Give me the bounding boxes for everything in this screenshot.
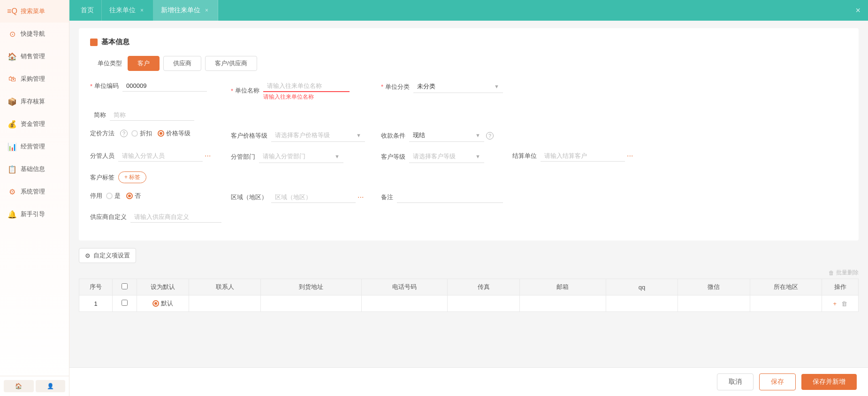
- field-settlement-unit: 结算单位 ···: [503, 150, 635, 162]
- sidebar-home-btn[interactable]: 🏠: [4, 380, 34, 392]
- add-row-btn[interactable]: +: [833, 300, 837, 307]
- section-title: 基本信息: [101, 38, 129, 47]
- delete-row-btn[interactable]: 🗑: [841, 300, 847, 307]
- cell-region[interactable]: [750, 295, 822, 312]
- fax-input[interactable]: [465, 300, 503, 307]
- btn-customer[interactable]: 客户: [128, 56, 160, 71]
- supplier-custom-input[interactable]: [130, 211, 221, 223]
- field-unit-category: * 单位分类 未分类 ▼: [372, 80, 503, 93]
- region-more-btn[interactable]: ···: [356, 193, 365, 202]
- sidebar-item-inventory[interactable]: 📦 库存核算: [0, 90, 69, 113]
- save-button[interactable]: 保存: [759, 373, 796, 390]
- sidebar-item-finance[interactable]: 💰 资金管理: [0, 113, 69, 135]
- field-supplier-custom: 供应商自定义: [90, 211, 221, 223]
- unit-code-label: 单位编码: [94, 82, 122, 90]
- system-icon: ⚙: [8, 187, 17, 196]
- row-manager: 分管人员 ··· 分管部门 请输入分管部门 ▼ 客户等级 请选择客户等级 ▼: [90, 150, 847, 163]
- radio-discount[interactable]: 折扣: [131, 129, 152, 138]
- btn-supplier[interactable]: 供应商: [163, 56, 201, 71]
- tab-units[interactable]: 往来单位 ×: [102, 0, 153, 21]
- radio-no-label: 否: [135, 192, 141, 200]
- pricing-help-icon[interactable]: ?: [120, 130, 128, 137]
- select-all-checkbox[interactable]: [122, 283, 128, 289]
- sidebar-item-search[interactable]: ≡Q 搜索菜单: [0, 0, 69, 23]
- region-label: 区域（地区）: [231, 193, 271, 202]
- radio-price-level[interactable]: 价格等级: [158, 129, 190, 138]
- sidebar-label-basicinfo: 基础信息: [21, 165, 45, 173]
- cell-default: 默认: [137, 295, 189, 312]
- address-input[interactable]: [283, 300, 339, 307]
- cancel-button[interactable]: 取消: [717, 373, 754, 390]
- cell-email[interactable]: [519, 295, 606, 312]
- cell-wechat[interactable]: [678, 295, 750, 312]
- sidebar-item-guide[interactable]: 🔔 新手引导: [0, 203, 69, 225]
- unit-name-input[interactable]: [263, 80, 350, 92]
- cell-qq[interactable]: [606, 295, 678, 312]
- unit-category-value: 未分类: [417, 82, 435, 91]
- phone-input[interactable]: [381, 300, 428, 307]
- tab-new-unit[interactable]: 新增往来单位 ×: [153, 0, 218, 21]
- contact-input[interactable]: [206, 300, 244, 307]
- customer-level-chevron: ▼: [475, 154, 480, 159]
- window-close-btn[interactable]: ×: [852, 4, 864, 17]
- col-region: 所在地区: [750, 279, 822, 295]
- manager-input[interactable]: [118, 150, 203, 162]
- row-pricing: 定价方法 ? 折扣 价格等级 客户价格等级: [90, 129, 847, 142]
- payment-condition-select[interactable]: 现结 ▼: [409, 129, 484, 142]
- cell-address[interactable]: [261, 295, 361, 312]
- customer-level-select[interactable]: 请选择客户等级 ▼: [409, 150, 484, 163]
- field-pricing-method: 定价方法 ? 折扣 价格等级: [90, 129, 221, 138]
- save-new-button[interactable]: 保存并新增: [801, 374, 857, 390]
- guide-icon: 🔔: [8, 210, 17, 219]
- cell-phone[interactable]: [361, 295, 448, 312]
- tab-units-close[interactable]: ×: [138, 6, 145, 15]
- sidebar-item-system[interactable]: ⚙ 系统管理: [0, 180, 69, 203]
- sidebar: ≡Q 搜索菜单 ⊙ 快捷导航 🏠 销售管理 🛍 采购管理 📦 库存核算 💰 资金…: [0, 0, 69, 396]
- cell-fax[interactable]: [448, 295, 519, 312]
- radio-yes[interactable]: 是: [106, 192, 121, 200]
- unit-category-chevron: ▼: [494, 84, 499, 89]
- row-checkbox[interactable]: [122, 300, 128, 306]
- field-disable: 停用 是 否: [90, 192, 221, 200]
- payment-condition-label: 收款条件: [381, 132, 409, 140]
- sidebar-item-sales[interactable]: 🏠 销售管理: [0, 45, 69, 68]
- tab-new-unit-close[interactable]: ×: [203, 6, 210, 15]
- batch-delete-row[interactable]: 🗑 批量删除: [79, 269, 859, 277]
- sidebar-item-quicknav[interactable]: ⊙ 快捷导航: [0, 23, 69, 45]
- radio-no-circle: [126, 193, 133, 199]
- cell-checkbox[interactable]: [113, 295, 137, 312]
- region-table-input[interactable]: [767, 300, 805, 307]
- region-input[interactable]: [271, 192, 356, 203]
- abbreviation-input[interactable]: [110, 109, 194, 121]
- sidebar-user-btn[interactable]: 👤: [36, 380, 66, 392]
- manager-more-btn[interactable]: ···: [203, 152, 213, 160]
- field-unit-name: * 单位名称 请输入往来单位名称: [221, 80, 372, 101]
- customer-price-level-select[interactable]: 请选择客户价格等级 ▼: [271, 129, 365, 142]
- col-qq: qq: [606, 279, 678, 295]
- payment-help-icon[interactable]: ?: [486, 132, 494, 140]
- sidebar-label-inventory: 库存核算: [21, 97, 45, 106]
- department-select[interactable]: 请输入分管部门 ▼: [259, 150, 343, 163]
- row-supplier-custom: 供应商自定义: [90, 211, 847, 223]
- radio-no[interactable]: 否: [126, 192, 141, 200]
- remark-input[interactable]: [397, 192, 503, 203]
- settlement-unit-input[interactable]: [541, 150, 625, 162]
- add-tag-btn[interactable]: + 标签: [118, 171, 146, 183]
- unit-code-input[interactable]: [122, 80, 207, 92]
- unit-category-select[interactable]: 未分类 ▼: [413, 80, 503, 93]
- col-address: 到货地址: [261, 279, 361, 295]
- wechat-input[interactable]: [695, 300, 732, 307]
- radio-price-level-label: 价格等级: [166, 129, 190, 138]
- btn-both[interactable]: 客户/供应商: [205, 56, 257, 71]
- cell-contact[interactable]: [189, 295, 260, 312]
- tab-home[interactable]: 首页: [73, 0, 102, 21]
- sidebar-item-operations[interactable]: 📊 经营管理: [0, 135, 69, 158]
- default-radio[interactable]: 默认: [142, 299, 184, 308]
- sidebar-item-basicinfo[interactable]: 📋 基础信息: [0, 158, 69, 180]
- qq-input[interactable]: [623, 300, 661, 307]
- sidebar-item-purchase[interactable]: 🛍 采购管理: [0, 68, 69, 90]
- settlement-more-btn[interactable]: ···: [625, 152, 635, 160]
- unit-type-row: 单位类型 客户 供应商 客户/供应商: [90, 56, 847, 71]
- custom-settings-button[interactable]: ⚙ 自定义项设置: [79, 248, 136, 263]
- email-input[interactable]: [539, 300, 586, 307]
